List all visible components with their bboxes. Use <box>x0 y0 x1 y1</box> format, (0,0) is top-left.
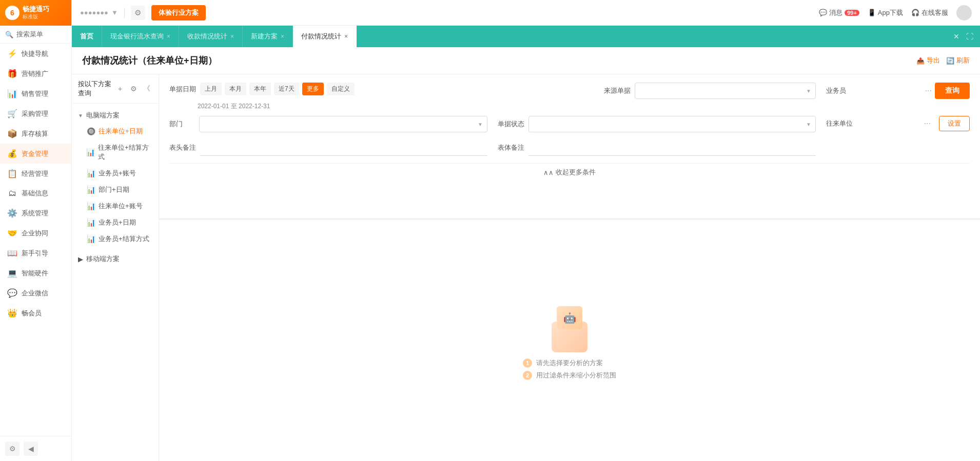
tab-cash-flow[interactable]: 现金银行流水查询 × <box>102 26 179 47</box>
message-badge: 99+ <box>845 10 859 16</box>
dropdown-arrow-icon[interactable]: ▼ <box>111 9 118 16</box>
tab-home[interactable]: 首页 <box>72 26 102 47</box>
table-header-note-label: 表头备注 <box>169 143 196 152</box>
company-name: ●●●●●●● <box>80 9 108 16</box>
topbar-actions: 💬 消息 99+ 📱 App下载 🎧 在线客服 <box>819 5 972 21</box>
app-download-icon: 📱 <box>868 9 876 16</box>
sidebar-search[interactable]: 🔍 搜索菜单 <box>0 26 71 44</box>
scheme-item-partner-date[interactable]: 🔘 往来单位+日期 <box>72 123 159 139</box>
query-button[interactable]: 查询 <box>935 83 970 99</box>
topbar-customer-service[interactable]: 🎧 在线客服 <box>911 8 948 17</box>
sidebar-item-sales[interactable]: 📊 销售管理 <box>0 84 71 104</box>
dept-select[interactable]: ▼ <box>199 116 487 132</box>
page-header-actions: 📤 导出 🔄 刷新 <box>916 56 970 65</box>
table-body-note-input[interactable] <box>528 139 816 156</box>
salesperson-ellipsis-icon: ··· <box>925 86 932 95</box>
scheme-item-salesperson-date[interactable]: 📊 业务员+日期 <box>72 214 159 231</box>
partner-filter-label: 往来单位 <box>826 119 853 128</box>
message-icon: 💬 <box>819 9 827 16</box>
tabbar: 首页 现金银行流水查询 × 收款情况统计 × 新建方案 × 付款情况统计 × ✕… <box>72 26 980 47</box>
date-btn-last-7days[interactable]: 近7天 <box>274 83 299 95</box>
sidebar-collapse-btn[interactable]: ◀ <box>24 442 38 456</box>
sidebar-item-basic-info[interactable]: 🗂 基础信息 <box>0 184 71 203</box>
sidebar-item-label: 新手引导 <box>22 249 48 258</box>
payment-stats-tab-close[interactable]: × <box>344 33 348 40</box>
sidebar-item-purchase[interactable]: 🛒 采购管理 <box>0 104 71 124</box>
trial-industry-button[interactable]: 体验行业方案 <box>151 5 206 21</box>
scheme-chart-icon5: 📊 <box>86 218 95 227</box>
date-range-display: 2022-01-01 至 2022-12-31 <box>198 103 270 110</box>
scheme-chart-icon6: 📊 <box>86 235 95 243</box>
cash-flow-tab-close[interactable]: × <box>167 33 170 40</box>
dept-filter-label: 部门 <box>169 119 195 129</box>
sidebar-item-capital[interactable]: 💰 资金管理 <box>0 144 71 164</box>
scheme-item-salesperson-account[interactable]: 📊 业务员+账号 <box>72 165 159 182</box>
desktop-group-label: 电脑端方案 <box>86 111 120 120</box>
scheme-item-label: 部门+日期 <box>99 185 129 194</box>
sidebar-item-label: 营销推广 <box>22 69 48 78</box>
collection-stats-tab-close[interactable]: × <box>230 33 234 40</box>
sidebar-item-member[interactable]: 👑 畅会员 <box>0 303 71 323</box>
date-btn-custom[interactable]: 自定义 <box>327 83 355 95</box>
sidebar-item-system[interactable]: ⚙️ 系统管理 <box>0 203 71 223</box>
filter-source-item: 来源单据 ▼ <box>604 83 816 99</box>
scheme-add-btn[interactable]: + <box>114 83 126 94</box>
sidebar-item-label: 资金管理 <box>22 149 48 158</box>
app-title-block: 畅捷通巧 标准版 <box>23 5 49 21</box>
new-scheme-tab-label: 新建方案 <box>251 32 278 41</box>
sidebar-item-guide[interactable]: 📖 新手引导 <box>0 243 71 263</box>
refresh-icon: 🔄 <box>946 57 954 65</box>
filter-collapse-btn[interactable]: ∧∧ 收起更多条件 <box>169 163 970 181</box>
search-icon: 🔍 <box>5 31 13 38</box>
scheme-chart-icon2: 📊 <box>86 169 95 177</box>
scheme-item-label: 业务员+日期 <box>99 218 136 227</box>
message-label: 消息 <box>829 8 842 17</box>
scheme-desktop-group: ▼ 电脑端方案 🔘 往来单位+日期 📊 往来单位+结算方式 📊 业务员+账号 <box>72 104 159 251</box>
settings-small-button[interactable]: 设置 <box>939 116 970 131</box>
date-btn-more[interactable]: 更多 <box>302 83 324 95</box>
topbar-app-download[interactable]: 📱 App下载 <box>868 8 903 17</box>
topbar-message[interactable]: 💬 消息 99+ <box>819 8 859 17</box>
sidebar-item-enterprise[interactable]: 🤝 企业协同 <box>0 223 71 243</box>
sidebar-item-label: 销售管理 <box>22 89 48 98</box>
topbar-settings-btn[interactable]: ⚙ <box>131 6 145 20</box>
sidebar-item-inventory[interactable]: 📦 库存核算 <box>0 124 71 144</box>
inventory-icon: 📦 <box>7 129 17 138</box>
date-btn-last-month[interactable]: 上月 <box>200 83 222 95</box>
sidebar-settings-btn[interactable]: ⚙ <box>5 442 19 456</box>
app-logo-icon: 6 <box>5 6 19 20</box>
sidebar-item-quick-nav[interactable]: ⚡ 快捷导航 <box>0 44 71 64</box>
group-arrow-icon: ▼ <box>78 113 83 118</box>
sidebar-item-wechat[interactable]: 💬 企业微信 <box>0 283 71 303</box>
topbar-user-avatar[interactable] <box>956 5 972 21</box>
collapse-up-icon: ∧∧ <box>543 169 554 176</box>
source-select[interactable]: ▼ <box>635 83 816 99</box>
scheme-item-partner-account[interactable]: 📊 往来单位+账号 <box>72 198 159 214</box>
scheme-mobile-group[interactable]: ▶ 移动端方案 <box>72 251 159 267</box>
date-btn-current-month[interactable]: 本月 <box>225 83 246 95</box>
scheme-desktop-group-title[interactable]: ▼ 电脑端方案 <box>72 108 159 123</box>
scheme-item-salesperson-settlement[interactable]: 📊 业务员+结算方式 <box>72 231 159 247</box>
tab-payment-stats[interactable]: 付款情况统计 × <box>293 26 357 47</box>
refresh-btn[interactable]: 🔄 刷新 <box>946 56 970 65</box>
topbar: ●●●●●●● ▼ ⚙ 体验行业方案 💬 消息 99+ 📱 App下载 🎧 在线… <box>72 0 980 26</box>
doc-status-select[interactable]: ▼ <box>528 116 816 132</box>
export-btn[interactable]: 📤 导出 <box>916 56 940 65</box>
sidebar-item-hardware[interactable]: 💻 智能硬件 <box>0 263 71 283</box>
scheme-item-dept-date[interactable]: 📊 部门+日期 <box>72 182 159 198</box>
scheme-item-partner-settlement[interactable]: 📊 往来单位+结算方式 <box>72 139 159 165</box>
tab-close-all-btn[interactable]: ✕ <box>950 30 963 43</box>
sidebar-item-operation[interactable]: 📋 经营管理 <box>0 164 71 184</box>
tab-collection-stats[interactable]: 收款情况统计 × <box>179 26 243 47</box>
filter-partner-item: 往来单位 ··· 设置 <box>826 116 970 131</box>
new-scheme-tab-close[interactable]: × <box>281 33 284 40</box>
date-btn-current-year[interactable]: 本年 <box>249 83 271 95</box>
table-header-note-input[interactable] <box>200 139 487 156</box>
sidebar-item-label: 系统管理 <box>22 209 48 218</box>
scheme-collapse-btn[interactable]: 《 <box>141 83 152 94</box>
tab-maximize-btn[interactable]: ⛶ <box>964 30 976 43</box>
sidebar-item-marketing[interactable]: 🎁 营销推广 <box>0 64 71 84</box>
scheme-settings-btn[interactable]: ⚙ <box>128 83 139 94</box>
tab-new-scheme[interactable]: 新建方案 × <box>243 26 293 47</box>
sidebar-item-label: 快捷导航 <box>22 49 48 58</box>
